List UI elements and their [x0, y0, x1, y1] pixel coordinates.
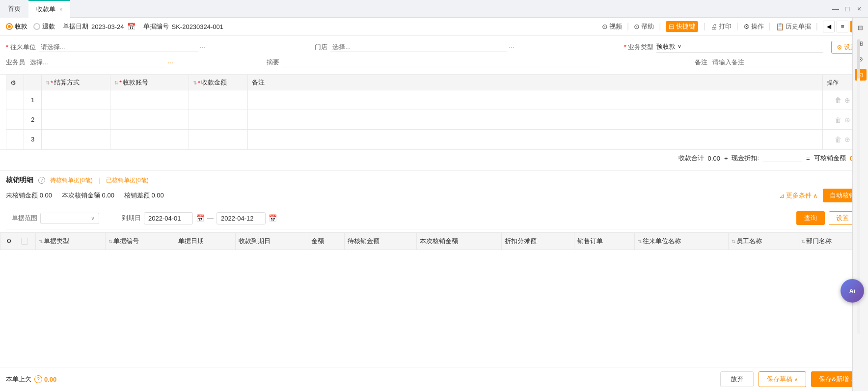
store-input[interactable]: [330, 42, 507, 52]
counterpart-more-icon[interactable]: ···: [200, 43, 206, 51]
business-type-field: * 业务类型 预收款 ∨: [624, 42, 823, 53]
business-type-select[interactable]: 预收款 ∨: [656, 42, 823, 53]
more-filter-button[interactable]: ⊿ 更多条件 ∧: [779, 191, 818, 200]
td-account-1[interactable]: [110, 90, 189, 110]
doc-range-select[interactable]: ∨: [40, 213, 99, 224]
td-amount-1[interactable]: [189, 90, 248, 110]
abandon-button[interactable]: 放弃: [720, 371, 754, 387]
td-method-1[interactable]: [42, 90, 110, 110]
minimize-button[interactable]: —: [831, 4, 841, 14]
receipt-total-label: 收款合计: [678, 154, 704, 163]
th-num: [24, 75, 42, 90]
start-calendar-icon[interactable]: 📅: [196, 214, 204, 222]
delete-icon-3[interactable]: 🗑: [835, 136, 841, 143]
sidebar-chart-icon[interactable]: ⊞: [855, 37, 867, 49]
completed-tab[interactable]: 已核销单据(0笔): [106, 176, 149, 185]
diff-amount: 核销差额 0.00: [124, 191, 164, 200]
td-account-2[interactable]: [110, 110, 189, 130]
sidebar-expand-icon[interactable]: ⊡: [855, 69, 867, 81]
tab-close-icon[interactable]: ×: [59, 6, 62, 12]
sort-icon-amount: ⇅: [193, 80, 197, 85]
print-button[interactable]: 🖨 打印: [710, 22, 732, 31]
sidebar-table-icon[interactable]: ⊟: [855, 22, 867, 33]
radio-receive[interactable]: 收款: [6, 22, 27, 31]
copy-icon-3[interactable]: ⊕: [844, 136, 850, 143]
tab-home[interactable]: 首页: [0, 0, 28, 18]
section-title: 核销明细 ? 待核销单据(0笔) | 已核销单据(0笔): [6, 176, 862, 185]
tab-active[interactable]: 收款单 ×: [28, 0, 70, 18]
td-amount-2[interactable]: [189, 110, 248, 130]
salesperson-more-icon[interactable]: ···: [167, 58, 173, 66]
discount-input[interactable]: [763, 154, 802, 162]
help-button[interactable]: ⊙ 帮助: [634, 22, 654, 31]
plus-sign: +: [724, 155, 728, 162]
close-window-button[interactable]: ×: [854, 4, 864, 14]
td-remark-3[interactable]: [248, 130, 823, 149]
due-date-field: 到期日 📅 — 📅: [122, 212, 277, 224]
delete-icon-1[interactable]: 🗑: [835, 96, 841, 104]
doc-no-info: 单据编号 SK-20230324-001: [143, 22, 224, 31]
select-all-checkbox[interactable]: [21, 238, 28, 245]
delete-icon-2[interactable]: 🗑: [835, 116, 841, 124]
history-button[interactable]: 📋 历史单据: [776, 22, 811, 31]
doc-no-label: 单据编号: [143, 22, 169, 31]
note-input[interactable]: [710, 57, 862, 67]
bottom-table: ⚙ ⇅单据类型 ⇅单据编号 单据日期 收款到期日: [0, 232, 868, 250]
td-remark-2[interactable]: [248, 110, 823, 130]
print-icon: 🖨: [710, 23, 717, 30]
due-date-end-input[interactable]: [217, 212, 266, 224]
calendar-icon[interactable]: 📅: [127, 23, 136, 30]
sep4: |: [736, 22, 738, 31]
current-label: 本次核销金额: [62, 192, 100, 199]
footer-buttons: 放弃 保存草稿 ∧ 保存&新增 ∧: [720, 371, 862, 387]
shortcut-button[interactable]: ⊟ 快捷键: [666, 21, 698, 32]
td-num-3: 3: [24, 130, 42, 149]
table-gear-icon: ⚙: [10, 79, 16, 86]
chevron-down-icon: ∨: [678, 43, 681, 50]
section-help-icon[interactable]: ?: [38, 177, 45, 184]
th-account-label: 收款账号: [123, 78, 148, 87]
unverified-label: 未核销金额: [6, 192, 38, 199]
ai-assistant-button[interactable]: Ai: [841, 279, 864, 303]
tab-active-label: 收款单: [36, 5, 55, 14]
td-method-2[interactable]: [42, 110, 110, 130]
salesperson-input[interactable]: [28, 57, 165, 67]
summary-label: 摘要: [267, 58, 279, 67]
maximize-button[interactable]: □: [842, 4, 852, 14]
sidebar-link-icon[interactable]: ⊗: [855, 53, 867, 65]
bth-settings[interactable]: ⚙: [0, 233, 18, 250]
th-settings[interactable]: ⚙: [6, 75, 24, 90]
copy-icon-1[interactable]: ⊕: [844, 96, 850, 104]
end-calendar-icon[interactable]: 📅: [269, 214, 277, 222]
due-date-start-input[interactable]: [144, 212, 193, 224]
td-method-3[interactable]: [42, 130, 110, 149]
video-button[interactable]: ⊙ 视频: [602, 22, 622, 31]
query-button[interactable]: 查询: [796, 211, 825, 225]
video-label: 视频: [609, 22, 622, 31]
radio-return[interactable]: 退款: [33, 22, 55, 31]
view-list-icon[interactable]: ≡: [837, 21, 848, 32]
print-label: 打印: [719, 22, 732, 31]
verification-stats: 未核销金额 0.00 本次核销金额 0.00 核销差额 0.00 ⊿ 更多条件 …: [6, 189, 862, 202]
doc-date-label: 单据日期: [63, 22, 88, 31]
stat-info-icon[interactable]: ?: [34, 375, 42, 383]
counterpart-input[interactable]: [39, 42, 198, 52]
summary-input[interactable]: [282, 57, 601, 67]
window-controls: — □ ×: [831, 4, 868, 14]
scroll-thumb[interactable]: [857, 39, 860, 79]
receipt-total-value: 0.00: [708, 155, 720, 162]
pending-tab[interactable]: 待核销单据(0笔): [50, 176, 93, 185]
form-area: * 往来单位 ··· 门店 ··· * 业务类型 预收款 ∨: [0, 36, 868, 75]
tab-bar: 首页 收款单 × — □ ×: [0, 0, 868, 18]
store-more-icon[interactable]: ···: [509, 43, 515, 51]
td-remark-1[interactable]: [248, 90, 823, 110]
td-amount-3[interactable]: [189, 130, 248, 149]
view-prev-icon[interactable]: ◀: [823, 21, 835, 32]
td-account-3[interactable]: [110, 130, 189, 149]
form-row-2: 业务员 ··· 摘要 备注: [6, 57, 862, 67]
copy-icon-2[interactable]: ⊕: [844, 116, 850, 124]
bth-discount: 折扣分摊额: [501, 233, 574, 250]
operate-button[interactable]: ⚙ 操作: [743, 22, 764, 31]
draft-button[interactable]: 保存草稿 ∧: [759, 371, 806, 387]
business-type-label: * 业务类型: [624, 43, 654, 52]
